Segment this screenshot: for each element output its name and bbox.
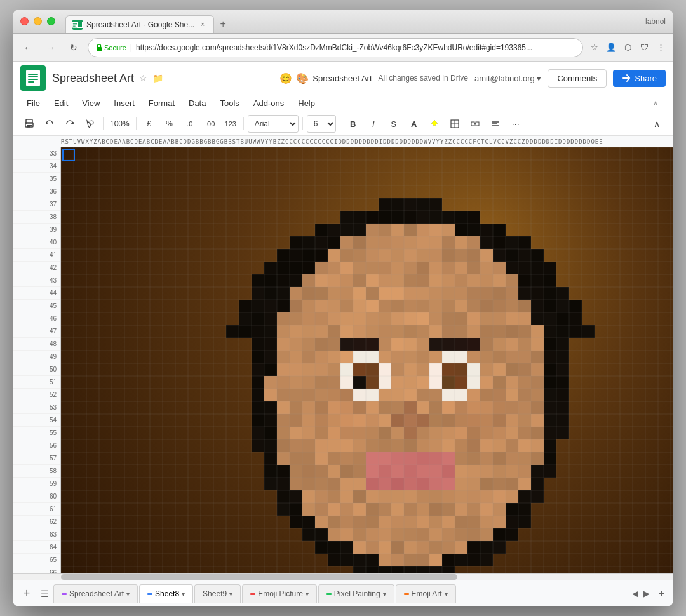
svg-rect-13 — [471, 122, 474, 126]
refresh-button[interactable]: ↻ — [65, 39, 83, 57]
text-color-button[interactable]: A — [405, 115, 423, 133]
fill-color-button[interactable] — [426, 115, 443, 133]
format123-button[interactable]: 123 — [222, 115, 239, 133]
row-number: 37 — [13, 198, 60, 211]
row-number: 45 — [13, 300, 60, 312]
tab-close-button[interactable]: × — [198, 20, 207, 29]
decimals2-button[interactable]: .00 — [201, 115, 219, 133]
separator-1 — [103, 117, 104, 130]
strikethrough-button[interactable]: S — [385, 115, 403, 133]
bold-button[interactable]: B — [344, 115, 362, 133]
star-icon[interactable]: ☆ — [139, 73, 147, 83]
sheet-nav-icons: ◀ ▶ + — [632, 588, 668, 599]
browser-tab[interactable]: Spreadsheet Art - Google She... × — [65, 15, 214, 33]
user-info[interactable]: amit@labnol.org ▾ — [474, 74, 541, 83]
redo-button[interactable] — [61, 115, 79, 133]
menu-tools[interactable]: Tools — [213, 96, 245, 110]
share-button[interactable]: Share — [613, 70, 666, 87]
row-number: 62 — [13, 516, 60, 528]
svg-rect-1 — [73, 23, 77, 23]
tab-arrow-sheet8[interactable]: ▾ — [182, 591, 185, 598]
comments-button[interactable]: Comments — [548, 69, 607, 88]
menu-file[interactable]: File — [20, 96, 46, 110]
menu-format[interactable]: Format — [142, 96, 181, 110]
maximize-button[interactable] — [47, 17, 55, 25]
row-number: 60 — [13, 490, 60, 503]
separator-4 — [302, 117, 303, 130]
shield-icon[interactable]: 🛡 — [638, 41, 650, 54]
folder-icon[interactable]: 📁 — [152, 73, 163, 83]
row-number: 39 — [13, 224, 60, 236]
row-number: 53 — [13, 401, 60, 414]
forward-button[interactable]: → — [42, 39, 60, 57]
print-button[interactable] — [20, 115, 38, 133]
tab-arrow-emoji-art[interactable]: ▾ — [445, 591, 448, 598]
horizontal-scrollbar[interactable] — [13, 573, 673, 580]
undo-button[interactable] — [41, 115, 58, 133]
new-tab-button[interactable]: + — [214, 15, 232, 33]
cell-area[interactable] — [61, 147, 673, 573]
currency-button[interactable]: £ — [140, 115, 158, 133]
back-button[interactable]: ← — [19, 39, 37, 57]
menu-data[interactable]: Data — [182, 96, 212, 110]
extensions-icon[interactable]: ⬡ — [621, 41, 634, 54]
row-number: 65 — [13, 554, 60, 566]
tab-emoji-picture[interactable]: Emoji Picture ▾ — [242, 584, 317, 603]
tab-spreadsheet-art[interactable]: Spreadsheet Art ▾ — [53, 584, 138, 603]
font-select[interactable]: Arial — [248, 115, 299, 133]
tab-arrow-emoji[interactable]: ▾ — [306, 591, 309, 598]
tab-arrow-pixel[interactable]: ▾ — [383, 591, 386, 598]
tab-arrow-sheet9[interactable]: ▾ — [229, 591, 232, 598]
tab-area: Spreadsheet Art - Google She... × + — [65, 10, 232, 33]
row-number: 52 — [13, 389, 60, 401]
spreadsheet-title[interactable]: Spreadsheet Art — [52, 72, 134, 85]
sheets-logo — [20, 65, 46, 91]
profile-icon[interactable]: 👤 — [605, 41, 617, 54]
merge-cells-button[interactable] — [466, 115, 484, 133]
borders-button[interactable] — [446, 115, 464, 133]
expand-icon[interactable]: ∧ — [653, 99, 666, 107]
address-field[interactable]: Secure | https://docs.google.com/spreads… — [88, 38, 583, 57]
bookmark-icon[interactable]: ☆ — [588, 41, 601, 54]
browser-window: Spreadsheet Art - Google She... × + labn… — [13, 10, 673, 606]
tab-sheet9[interactable]: Sheet9 ▾ — [194, 584, 241, 603]
row-number: 33 — [13, 147, 60, 160]
menu-insert[interactable]: Insert — [107, 96, 141, 110]
sheet-menu-button[interactable]: ☰ — [36, 585, 53, 603]
row-number: 36 — [13, 185, 60, 198]
collapse-button[interactable]: ∧ — [648, 115, 666, 133]
tab-label-emoji-picture: Emoji Picture — [258, 589, 303, 598]
tab-sheet8[interactable]: Sheet8 ▾ — [139, 584, 193, 603]
tab-pixel-painting[interactable]: Pixel Painting ▾ — [318, 584, 394, 603]
align-button[interactable] — [487, 115, 504, 133]
tab-emoji-art[interactable]: Emoji Art ▾ — [396, 584, 456, 603]
row-number: 38 — [13, 211, 60, 224]
address-icons: ☆ 👤 ⬡ 🛡 ⋮ — [588, 41, 667, 54]
more-button[interactable]: ··· — [507, 115, 525, 133]
tab-arrow[interactable]: ▾ — [126, 591, 130, 598]
add-sheet-button[interactable]: + — [18, 585, 36, 603]
sheet-nav-left[interactable]: ◀ — [632, 589, 638, 598]
sheet-nav-right[interactable]: ▶ — [643, 589, 650, 598]
tab-label-emoji-art: Emoji Art — [412, 589, 442, 598]
paint-format-button[interactable] — [81, 115, 99, 133]
sheet-tabs: + ☰ Spreadsheet Art ▾ Sheet8 ▾ Sheet9 ▾ … — [13, 580, 673, 606]
menu-addons[interactable]: Add-ons — [247, 96, 290, 110]
menu-edit[interactable]: Edit — [48, 96, 74, 110]
menu-help[interactable]: Help — [292, 96, 321, 110]
decimals1-button[interactable]: .0 — [181, 115, 199, 133]
tab-color-dot-pixel — [326, 593, 332, 595]
menu-icon[interactable]: ⋮ — [654, 41, 667, 54]
tab-color-dot-emoji-art — [404, 593, 409, 595]
spreadsheet-body: 3334353637383940414243444546474849505152… — [13, 147, 673, 573]
minimize-button[interactable] — [34, 17, 42, 25]
col-header-labels: RSTUVWXYZ​A​B​C​D​E​A​A​B​C​D​E​A​B​C​D​… — [61, 138, 603, 145]
zoom-level[interactable]: 100% — [107, 119, 132, 128]
svg-rect-8 — [27, 126, 30, 128]
percent-button[interactable]: % — [161, 115, 178, 133]
menu-view[interactable]: View — [76, 96, 106, 110]
font-size-select[interactable]: 6 — [307, 115, 336, 133]
italic-button[interactable]: I — [365, 115, 382, 133]
close-button[interactable] — [20, 17, 29, 25]
add-sheet-right[interactable]: + — [655, 588, 668, 599]
